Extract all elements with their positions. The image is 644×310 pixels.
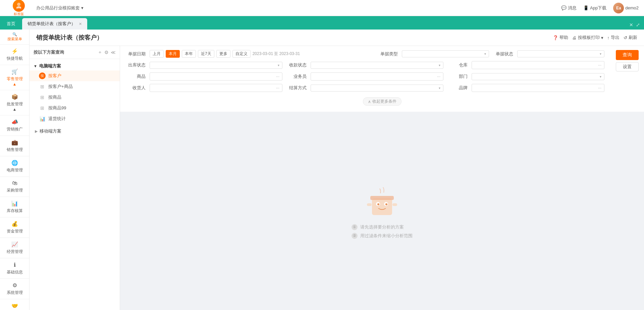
marketing-label: 营销推广 [7,126,23,132]
doc-type-select[interactable]: ▾ [402,50,489,57]
query-action-area: 查询 设置 [616,50,639,71]
export-btn[interactable]: ↑ 导出 [607,35,620,41]
date-btn-more[interactable]: 更多 [216,50,230,58]
date-btn-this-month[interactable]: 本月 [166,50,180,58]
basic-info-icon: ℹ [14,262,16,268]
svg-point-0 [17,3,20,6]
download-label: App下载 [590,5,606,11]
user-area[interactable]: Ea demo2 [613,3,639,13]
brand-dots[interactable]: ··· [598,86,601,90]
page-title: 销货单统计表（按客户） [36,34,103,42]
plan-item-goods[interactable]: ⊞ 按商品 [30,92,120,103]
corp-collab-icon: 🤝 [11,303,18,309]
sidebar-biz-mgmt[interactable]: 📈 经营管理 [0,238,29,258]
doc-status-select[interactable]: ▾ [517,50,604,57]
plan-group-mobile-header[interactable]: ▶ 移动端方案 [30,127,120,136]
tab-close-icon[interactable]: ✕ [79,22,82,26]
wholesale-arrow: ▲ [13,107,17,112]
date-btn-7days[interactable]: 近7天 [198,50,214,58]
ecommerce-label: 电商管理 [7,167,23,173]
tab-home[interactable]: 首页 [1,18,21,30]
content-area: 销货单统计表（按客户） ❓ 帮助 🖨 按模板打印 ▾ ↑ 导出 ↺ 刷新 [30,30,644,310]
collapse-btn[interactable]: ∧ 收起更多条件 [363,97,401,106]
help-label: 帮助 [559,35,568,41]
window-maximize-icon[interactable]: ⤢ [636,22,640,28]
svg-rect-8 [392,203,397,206]
refresh-label: 刷新 [629,35,637,41]
goods99-icon: ⊞ [39,105,46,111]
sidebar-search[interactable]: 🔍 搜索菜单 [0,30,29,45]
date-btn-custom[interactable]: 自定义 [232,50,251,58]
dept-label: 部门 [447,73,468,80]
message-btn[interactable]: 💬 消息 [561,5,577,11]
salesperson-dots[interactable]: ··· [437,74,440,79]
collect-status-select[interactable]: ▾ [311,62,443,69]
purchase-icon: 🛍 [12,180,17,186]
sidebar-corp-collab[interactable]: 🤝 企业协同 [0,299,29,310]
empty-hint-1: ① 请先选择要分析的方案 [352,224,413,230]
app-download-btn[interactable]: 📱 App下载 [583,5,606,11]
goods-label: 商品 [125,73,146,80]
sidebar-wholesale[interactable]: 📦 批发管理 ▲ [0,90,29,115]
plan-item-customer[interactable]: 按 按客户 [30,70,120,81]
hint-num-2: ② [352,233,358,239]
sidebar-quick-nav[interactable]: ⚡ 快捷导航 [0,45,29,65]
print-dropdown-icon: ▾ [601,35,603,40]
warehouse-dots[interactable]: ··· [598,63,601,67]
refresh-btn[interactable]: ↺ 刷新 [624,35,637,41]
filter-section-wrapper: 单据日期 上月 本月 本年 近7天 更多 自定义 2023-03-01 至 20… [120,46,644,112]
basic-info-label: 基础信息 [7,269,23,275]
help-icon: ❓ [553,35,558,40]
window-close-icon[interactable]: ✕ [629,22,633,28]
avatar-text: Ea [616,6,621,10]
goods-dots[interactable]: ··· [276,74,279,79]
sidebar-purchase[interactable]: 🛍 采购管理 [0,177,29,197]
svg-rect-1 [372,198,392,215]
biz-mgmt-icon: 📈 [11,241,18,248]
sidebar-sys-mgmt[interactable]: ⚙ 系统管理 [0,279,29,299]
date-btn-this-year[interactable]: 本年 [182,50,196,58]
filter-row-2: 出库状态 ▾ 收款状态 ▾ 仓库 [125,61,639,69]
plan-collapse-icon[interactable]: ≪ [111,50,116,55]
date-btn-group: 上月 本月 本年 近7天 更多 自定义 2023-03-01 至 2023-03… [150,50,300,58]
plan-settings-icon[interactable]: ⚙ [104,50,109,55]
dept-select[interactable]: ▾ [472,73,604,80]
warehouse-select[interactable]: ··· [472,61,604,69]
print-btn[interactable]: 🖨 按模板打印 ▾ [572,35,603,41]
brand-select[interactable]: ··· [472,84,604,92]
sidebar-ecommerce[interactable]: 🌐 电商管理 [0,156,29,177]
industry-selector[interactable]: 办公用品行业模拟账套 ▾ [36,5,84,11]
receiver-select[interactable]: ··· [150,84,282,92]
receiver-dots[interactable]: ··· [276,86,279,90]
sidebar-basic-info[interactable]: ℹ 基础信息 [0,258,29,279]
plan-item-goods99[interactable]: ⊞ 按商品99 [30,103,120,113]
wholesale-icon: 📦 [11,94,18,100]
settings-button[interactable]: 设置 [616,62,639,71]
date-btn-last-month[interactable]: 上月 [150,50,164,58]
sidebar-retail[interactable]: 🛒 零售管理 ▲ [0,65,29,90]
app-logo: 标准版 [5,0,32,16]
query-button[interactable]: 查询 [616,50,639,60]
customer-goods-icon: ⊞ [39,83,46,90]
tab-sales-stats[interactable]: 销货单统计表（按客户） ✕ [22,18,87,30]
salesperson-select[interactable]: ··· [311,72,443,81]
hint-text-1: 请先选择要分析的方案 [360,224,404,230]
help-btn[interactable]: ❓ 帮助 [553,35,568,41]
settle-select[interactable]: ▾ [311,85,443,92]
sidebar-inventory[interactable]: 📊 库存核算 [0,197,29,217]
plan-item-return-stats[interactable]: 📊 退货统计 [30,113,120,124]
tab-sales-stats-label: 销货单统计表（按客户） [28,21,75,27]
plan-item-customer-goods[interactable]: ⊞ 按客户+商品 [30,81,120,92]
logo-icon [13,0,25,12]
out-status-select[interactable]: ▾ [150,62,282,69]
tab-bar: 首页 销货单统计表（按客户） ✕ ✕ ⤢ [0,16,644,30]
export-label: 导出 [611,35,620,41]
empty-hint-2: ② 用过滤条件来缩小分析范围 [352,233,413,239]
plan-add-icon[interactable]: ＋ [98,49,102,55]
sidebar-finance[interactable]: 💰 资金管理 [0,217,29,238]
goods-select[interactable]: ··· [150,72,282,81]
sidebar-marketing[interactable]: 📣 营销推广 [0,115,29,136]
marketing-icon: 📣 [11,119,18,125]
plan-group-pc-header[interactable]: ▼ 电脑端方案 [30,62,120,70]
sidebar-sales-mgmt[interactable]: 💼 销售管理 [0,136,29,156]
